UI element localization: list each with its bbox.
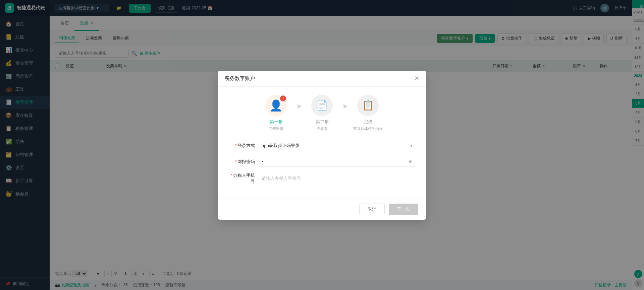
step2-desc: 去取票 [317, 126, 328, 131]
dialog-overlay[interactable]: 税务数字账户 ✕ 👤 ! 第一步 完善账密 ➤ [0, 0, 644, 290]
steps: 👤 ! 第一步 完善账密 ➤ 📄 第二步 去取票 [229, 95, 415, 131]
step-arrow-2: ➤ [342, 102, 348, 110]
step-1: 👤 ! 第一步 完善账密 [256, 95, 296, 131]
step3-icon-wrap: 📋 [357, 95, 379, 116]
step-arrow-1: ➤ [296, 102, 302, 110]
next-button[interactable]: 下一步 [389, 204, 418, 215]
password-row: 网报密码 👁 [229, 157, 415, 166]
step3-desc: 查看具体任务结果 [353, 126, 383, 131]
step3-icon: 📋 [362, 100, 374, 111]
phone-row: 办税人手机号 [229, 172, 415, 185]
step2-icon: 📄 [316, 100, 328, 111]
step3-label: 完成 [364, 119, 372, 125]
eye-icon[interactable]: 👁 [408, 159, 413, 164]
step1-badge-text: ! [282, 96, 283, 100]
dialog-footer: 取消 下一步 [218, 199, 426, 220]
step-3: 📋 完成 查看具体任务结果 [348, 95, 388, 131]
chevron-down-icon: ▾ [410, 143, 413, 148]
step1-badge: ! [280, 95, 286, 101]
login-method-row: 登录方式 app获取验证码登录 ▾ [229, 141, 415, 151]
dialog-form: 登录方式 app获取验证码登录 ▾ 网报密码 👁 办税人手机号 [229, 141, 415, 185]
step2-label: 第二步 [316, 119, 329, 125]
password-label: 网报密码 [229, 159, 259, 165]
tax-digital-dialog: 税务数字账户 ✕ 👤 ! 第一步 完善账密 ➤ [218, 71, 426, 220]
phone-input[interactable] [259, 174, 415, 183]
dialog-close-button[interactable]: ✕ [414, 75, 419, 81]
dialog-title: 税务数字账户 [225, 75, 255, 82]
step1-icon-wrap: 👤 ! [265, 95, 287, 116]
step1-desc: 完善账密 [269, 126, 283, 131]
step1-label: 第一步 [270, 119, 283, 125]
dialog-header: 税务数字账户 ✕ [218, 71, 426, 87]
login-method-value: app获取验证码登录 [262, 143, 300, 149]
dialog-body: 👤 ! 第一步 完善账密 ➤ 📄 第二步 去取票 [218, 87, 426, 199]
step-2: 📄 第二步 去取票 [302, 95, 342, 131]
password-input[interactable] [259, 157, 415, 166]
phone-label: 办税人手机号 [229, 172, 259, 185]
login-method-label: 登录方式 [229, 143, 259, 149]
step1-icon: 👤 [269, 99, 283, 112]
step2-icon-wrap: 📄 [311, 95, 333, 116]
login-method-select[interactable]: app获取验证码登录 ▾ [259, 141, 415, 151]
password-field-wrap: 👁 [259, 157, 415, 166]
cancel-button[interactable]: 取消 [359, 204, 385, 215]
